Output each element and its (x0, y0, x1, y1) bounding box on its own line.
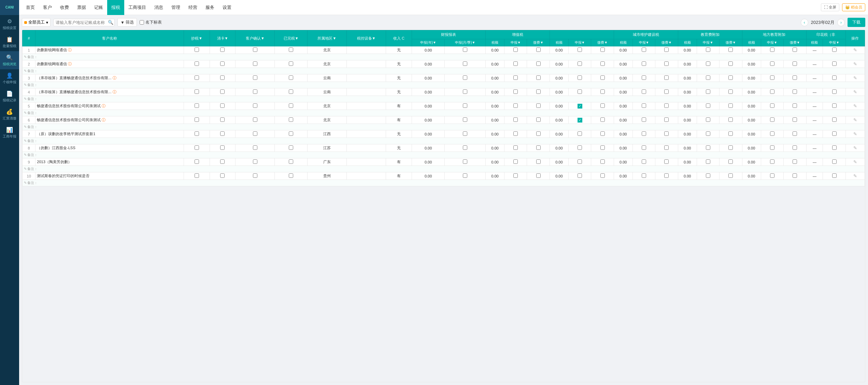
jy-apply-checkbox[interactable] (706, 117, 710, 122)
cell-wanshui[interactable] (275, 130, 307, 138)
cs-pay-checkbox[interactable] (664, 61, 669, 66)
nav-kehu[interactable]: 客户 (39, 0, 56, 15)
prev-month-button[interactable]: ‹ (801, 19, 808, 26)
cell-zz-pay[interactable] (527, 158, 550, 166)
yh-apply-checkbox[interactable] (832, 61, 837, 66)
cell-queren[interactable] (236, 144, 275, 152)
wanshui-checkbox[interactable] (289, 75, 293, 80)
edit-icon[interactable]: ✎ (853, 145, 857, 151)
next-month-button[interactable]: › (837, 19, 845, 26)
cell-sb-month[interactable] (445, 102, 486, 110)
chaoshui-checkbox[interactable] (195, 89, 199, 94)
cell-wanshui[interactable] (275, 46, 307, 54)
qingka-checkbox[interactable] (220, 173, 225, 178)
df-apply-checkbox[interactable] (770, 131, 774, 136)
queren-checkbox[interactable] (253, 47, 257, 52)
nav-home[interactable]: 首页 (22, 0, 39, 15)
cell-qingka[interactable] (210, 158, 236, 166)
cell-edit[interactable]: ✎ (845, 144, 865, 152)
checkbox-mingxia[interactable]: 名下标表 (140, 19, 162, 25)
sidebar-item-liulan[interactable]: 🔍 报税浏览 (0, 51, 19, 69)
cell-jy-apply[interactable] (697, 60, 720, 68)
df-pay-checkbox[interactable] (793, 159, 797, 164)
cell-cs-pay[interactable] (655, 74, 678, 82)
zz-apply-checkbox[interactable] (513, 117, 518, 122)
df-apply-checkbox[interactable] (770, 173, 774, 178)
cell-zz-pay[interactable] (527, 74, 550, 82)
edit-icon[interactable]: ✎ (853, 89, 857, 95)
cell-yh-apply[interactable] (823, 102, 846, 110)
cell-yh-apply[interactable] (823, 172, 846, 180)
zz2-pay-checkbox[interactable] (600, 117, 605, 122)
cell-cs-pay[interactable] (655, 116, 678, 124)
yh-apply-checkbox[interactable] (832, 159, 837, 164)
chaoshui-checkbox[interactable] (195, 173, 199, 178)
cell-chaoshui[interactable] (184, 88, 210, 96)
cell-edit[interactable]: ✎ (845, 116, 865, 124)
zz2-pay-checkbox[interactable] (600, 75, 605, 80)
zz-apply-checkbox[interactable] (513, 145, 518, 150)
zz2-pay-checkbox[interactable] (600, 89, 605, 94)
df-pay-checkbox[interactable] (793, 173, 797, 178)
edit-icon[interactable]: ✎ (853, 75, 857, 81)
cell-sb-month[interactable] (445, 130, 486, 138)
edit-icon[interactable]: ✎ (853, 131, 857, 137)
df-pay-checkbox[interactable] (793, 103, 797, 108)
cell-zz-apply[interactable] (504, 158, 527, 166)
queren-checkbox[interactable] (253, 103, 257, 108)
nav-shoufei[interactable]: 收费 (56, 0, 73, 15)
wanshui-checkbox[interactable] (289, 117, 293, 122)
cell-cs-apply[interactable] (632, 88, 655, 96)
cs-pay-checkbox[interactable] (664, 173, 669, 178)
queren-checkbox[interactable] (253, 159, 257, 164)
cell-zz2-apply[interactable] (568, 172, 591, 180)
df-apply-checkbox[interactable] (770, 145, 774, 150)
nav-shezhi[interactable]: 设置 (218, 0, 236, 15)
wanshui-checkbox[interactable] (289, 173, 293, 178)
sidebar-item-gongshangnianbaio[interactable]: 📊 工商年报 (0, 124, 19, 142)
sb-month-checkbox[interactable] (463, 89, 467, 94)
zz-pay-checkbox[interactable] (536, 75, 541, 80)
cell-cs-apply[interactable] (632, 60, 655, 68)
cell-zz2-apply[interactable] (568, 144, 591, 152)
nav-xiaoxi[interactable]: 消息 (150, 0, 167, 15)
cell-queren[interactable] (236, 102, 275, 110)
qingka-checkbox[interactable] (220, 75, 225, 80)
cell-chaoshui[interactable] (184, 116, 210, 124)
cell-qingka[interactable] (210, 116, 236, 124)
employee-filter[interactable]: 全部员工 ▾ (22, 18, 51, 27)
cell-jy-pay[interactable] (720, 60, 742, 68)
cs-apply-checkbox[interactable] (642, 75, 646, 80)
cell-qingka[interactable] (210, 130, 236, 138)
nav-jizhang[interactable]: 记账 (90, 0, 107, 15)
cell-df-apply[interactable] (761, 116, 784, 124)
cell-jy-pay[interactable] (720, 158, 742, 166)
cell-edit[interactable]: ✎ (845, 172, 865, 180)
cs-apply-checkbox[interactable] (642, 89, 646, 94)
zz-apply-checkbox[interactable] (513, 61, 518, 66)
cell-zz2-pay[interactable] (591, 144, 614, 152)
qingka-checkbox[interactable] (220, 61, 225, 66)
cs-apply-checkbox[interactable] (642, 145, 646, 150)
cell-df-pay[interactable] (784, 130, 807, 138)
df-pay-checkbox[interactable] (793, 75, 797, 80)
cell-queren[interactable] (236, 158, 275, 166)
cell-zz-pay[interactable] (527, 130, 550, 138)
queren-checkbox[interactable] (253, 145, 257, 150)
cell-zz-apply[interactable] (504, 46, 527, 54)
cell-cs-apply[interactable] (632, 116, 655, 124)
yh-apply-checkbox[interactable] (832, 89, 837, 94)
chaoshui-checkbox[interactable] (195, 131, 199, 136)
zz-pay-checkbox[interactable] (536, 173, 541, 178)
zz-apply-checkbox[interactable] (513, 89, 518, 94)
cs-pay-checkbox[interactable] (664, 145, 669, 150)
cell-zz-pay[interactable] (527, 116, 550, 124)
nav-fuwu[interactable]: 服务 (201, 0, 218, 15)
cell-cs-apply[interactable] (632, 172, 655, 180)
cell-cs-pay[interactable] (655, 172, 678, 180)
cell-wanshui[interactable] (275, 102, 307, 110)
df-pay-checkbox[interactable] (793, 117, 797, 122)
df-apply-checkbox[interactable] (770, 159, 774, 164)
cs-apply-checkbox[interactable] (642, 47, 646, 52)
cell-sb-month[interactable] (445, 116, 486, 124)
